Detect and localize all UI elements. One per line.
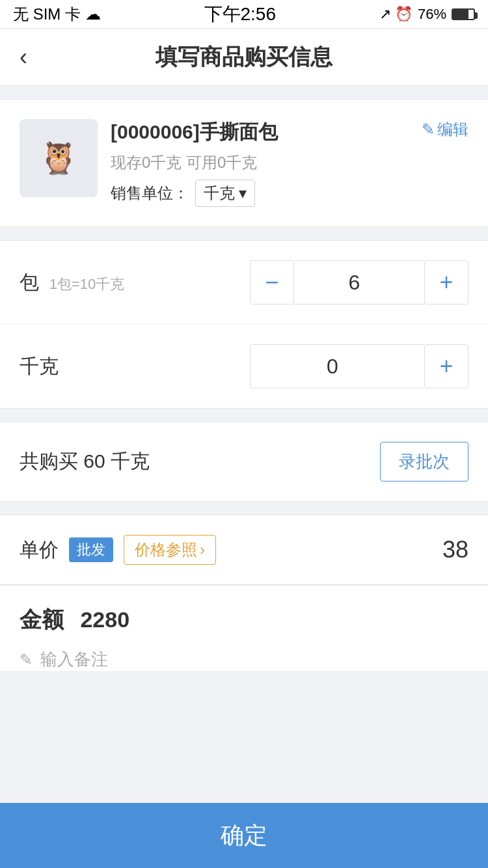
total-row: 共购买 60 千克 录批次	[0, 422, 488, 502]
kg-label-group: 千克	[20, 353, 59, 380]
bao-controls: − +	[250, 260, 468, 305]
kg-plus-button[interactable]: +	[424, 344, 468, 388]
bao-input[interactable]	[294, 260, 424, 305]
bao-label-group: 包 1包=10千克	[20, 269, 124, 296]
confirm-button[interactable]: 确定	[0, 803, 488, 868]
product-stock: 现存0千克 可用0千克	[111, 152, 468, 173]
edit-button[interactable]: ✎ 编辑	[422, 119, 468, 140]
bao-sub: 1包=10千克	[49, 276, 125, 292]
price-ref-button[interactable]: 价格参照 ›	[124, 535, 216, 565]
bao-label: 包	[20, 271, 39, 293]
nav-bar: ‹ 填写商品购买信息	[0, 29, 488, 86]
unit-label: 销售单位：	[111, 183, 189, 204]
bao-minus-button[interactable]: −	[250, 260, 294, 305]
unit-arrow-icon: ▾	[239, 184, 247, 202]
note-pencil-icon: ✎	[20, 651, 33, 669]
kg-controls: +	[250, 344, 468, 388]
amount-section: 金额 2280 ✎ 输入备注	[0, 585, 488, 671]
note-placeholder: 输入备注	[40, 648, 108, 671]
product-info: [0000006]手撕面包 现存0千克 可用0千克 销售单位： 千克 ▾ ✎ 编…	[111, 119, 468, 207]
status-time: 下午2:56	[204, 2, 277, 27]
page-title: 填写商品购买信息	[156, 42, 332, 72]
kg-quantity-row: 千克 +	[0, 325, 488, 408]
edit-label: 编辑	[437, 119, 468, 140]
battery-icon: ↗ ⏰	[379, 6, 413, 23]
price-ref-label: 价格参照	[135, 539, 197, 560]
price-value: 38	[442, 536, 468, 563]
kg-label: 千克	[20, 355, 59, 377]
bao-quantity-row: 包 1包=10千克 − +	[0, 241, 488, 325]
price-ref-arrow-icon: ›	[200, 541, 205, 559]
kg-input[interactable]	[250, 344, 424, 388]
product-name: [0000006]手撕面包	[111, 119, 468, 146]
amount-row: 金额 2280	[20, 605, 468, 635]
status-right: ↗ ⏰ 76%	[379, 6, 475, 23]
amount-label: 金额	[20, 607, 64, 632]
price-label: 单价	[20, 537, 59, 563]
amount-value: 2280	[80, 607, 129, 632]
product-image: 🦉	[20, 119, 98, 197]
status-bar: 无 SIM 卡 ☁ 下午2:56 ↗ ⏰ 76%	[0, 0, 488, 29]
back-button[interactable]: ‹	[20, 44, 27, 71]
battery-bar	[452, 8, 475, 20]
unit-select[interactable]: 千克 ▾	[195, 180, 255, 207]
quantity-section: 包 1包=10千克 − + 千克 +	[0, 240, 488, 409]
total-text: 共购买 60 千克	[20, 448, 150, 475]
status-left: 无 SIM 卡 ☁	[13, 4, 101, 25]
edit-icon: ✎	[422, 120, 435, 139]
bao-plus-button[interactable]: +	[424, 260, 468, 305]
product-card: 🦉 [0000006]手撕面包 现存0千克 可用0千克 销售单位： 千克 ▾ ✎…	[0, 99, 488, 227]
price-tag: 批发	[69, 537, 113, 562]
product-unit-row: 销售单位： 千克 ▾	[111, 180, 468, 207]
unit-value: 千克	[204, 183, 235, 204]
price-section: 单价 批发 价格参照 › 38	[0, 515, 488, 585]
note-row[interactable]: ✎ 输入备注	[20, 648, 468, 671]
sim-status: 无 SIM 卡 ☁	[13, 4, 101, 25]
battery-level: 76%	[418, 6, 446, 23]
product-logo-icon: 🦉	[39, 140, 78, 176]
record-batch-button[interactable]: 录批次	[380, 442, 468, 481]
